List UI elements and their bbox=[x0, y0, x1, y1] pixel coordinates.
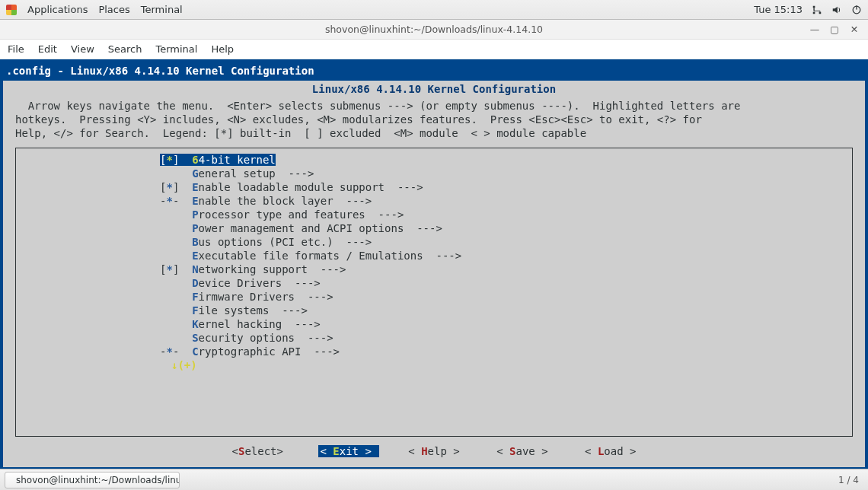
svg-rect-1 bbox=[819, 11, 822, 14]
power-icon[interactable] bbox=[851, 5, 862, 15]
load-button[interactable]: < Load > bbox=[583, 445, 637, 457]
menu-edit[interactable]: Edit bbox=[38, 43, 57, 55]
menu-item[interactable]: Executable file formats / Emulations ---… bbox=[19, 249, 849, 262]
terminal-viewport[interactable]: .config - Linux/x86 4.14.10 Kernel Confi… bbox=[0, 59, 868, 469]
menu-item[interactable]: Firmware Drivers ---> bbox=[19, 290, 849, 304]
menu-item[interactable]: [*] 64-bit kernel bbox=[19, 153, 849, 167]
menu-search[interactable]: Search bbox=[108, 43, 142, 55]
menu-item[interactable]: Power management and ACPI options ---> bbox=[19, 221, 849, 235]
bottom-taskbar: shovon@linuxhint:~/Downloads/linu... 1 /… bbox=[0, 469, 868, 490]
maximize-button[interactable]: ▢ bbox=[830, 25, 839, 34]
svg-rect-0 bbox=[813, 5, 815, 8]
menu-item[interactable]: -*- Cryptographic API ---> bbox=[19, 345, 849, 358]
menuconfig-frame: Linux/x86 4.14.10 Kernel Configuration A… bbox=[3, 81, 865, 467]
menuconfig-menu[interactable]: [*] 64-bit kernel General setup ---> [*]… bbox=[15, 148, 853, 437]
distro-logo-icon bbox=[6, 5, 17, 15]
select-button[interactable]: <Select> bbox=[231, 445, 292, 457]
minimize-button[interactable]: — bbox=[810, 25, 819, 34]
help-button[interactable]: < Help > bbox=[407, 445, 468, 457]
menu-item[interactable]: [*] Enable loadable module support ---> bbox=[19, 180, 849, 194]
taskbar-entry[interactable]: shovon@linuxhint:~/Downloads/linu... bbox=[5, 472, 180, 488]
menu-terminal[interactable]: Terminal bbox=[155, 43, 197, 55]
menu-item[interactable]: General setup ---> bbox=[19, 167, 849, 180]
applications-menu[interactable]: Applications bbox=[27, 4, 88, 15]
network-icon[interactable] bbox=[812, 5, 822, 15]
clock[interactable]: Tue 15:13 bbox=[754, 4, 803, 15]
menu-view[interactable]: View bbox=[71, 43, 94, 55]
menu-item[interactable]: File systems ---> bbox=[19, 304, 849, 317]
menu-item[interactable]: [*] Networking support ---> bbox=[19, 262, 849, 276]
menu-item[interactable]: Kernel hacking ---> bbox=[19, 317, 849, 331]
menu-item[interactable]: Device Drivers ---> bbox=[19, 276, 849, 290]
menu-item[interactable]: Security options ---> bbox=[19, 331, 849, 345]
terminal-menubar: File Edit View Search Terminal Help bbox=[0, 40, 868, 59]
gnome-top-panel: Applications Places Terminal Tue 15:13 bbox=[0, 0, 868, 20]
svg-rect-2 bbox=[813, 11, 815, 14]
window-title: shovon@linuxhint:~/Downloads/linux-4.14.… bbox=[325, 24, 543, 35]
workspace-indicator[interactable]: 1 / 4 bbox=[838, 475, 863, 485]
config-path-line: .config - Linux/x86 4.14.10 Kernel Confi… bbox=[3, 62, 865, 79]
close-button[interactable]: ✕ bbox=[850, 25, 859, 34]
terminal-window: shovon@linuxhint:~/Downloads/linux-4.14.… bbox=[0, 20, 868, 469]
taskbar-entry-label: shovon@linuxhint:~/Downloads/linu... bbox=[16, 475, 180, 485]
exit-button[interactable]: < Exit > bbox=[318, 445, 379, 457]
menu-help[interactable]: Help bbox=[211, 43, 234, 55]
volume-icon[interactable] bbox=[831, 5, 842, 15]
menuconfig-help: Arrow keys navigate the menu. <Enter> se… bbox=[5, 96, 863, 145]
menu-item[interactable]: -*- Enable the block layer ---> bbox=[19, 194, 849, 208]
more-indicator: ↓(+) bbox=[19, 358, 849, 372]
save-button[interactable]: < Save > bbox=[495, 445, 556, 457]
svg-rect-4 bbox=[856, 5, 857, 9]
menuconfig-title: Linux/x86 4.14.10 Kernel Configuration bbox=[5, 82, 863, 96]
menu-item[interactable]: Bus options (PCI etc.) ---> bbox=[19, 235, 849, 249]
terminal-menu[interactable]: Terminal bbox=[141, 4, 183, 15]
places-menu[interactable]: Places bbox=[98, 4, 129, 15]
menu-item[interactable]: Processor type and features ---> bbox=[19, 208, 849, 221]
titlebar: shovon@linuxhint:~/Downloads/linux-4.14.… bbox=[0, 20, 868, 40]
menuconfig-buttons: <Select> < Exit > < Help > < Save > < Lo… bbox=[5, 440, 863, 466]
menu-file[interactable]: File bbox=[8, 43, 24, 55]
